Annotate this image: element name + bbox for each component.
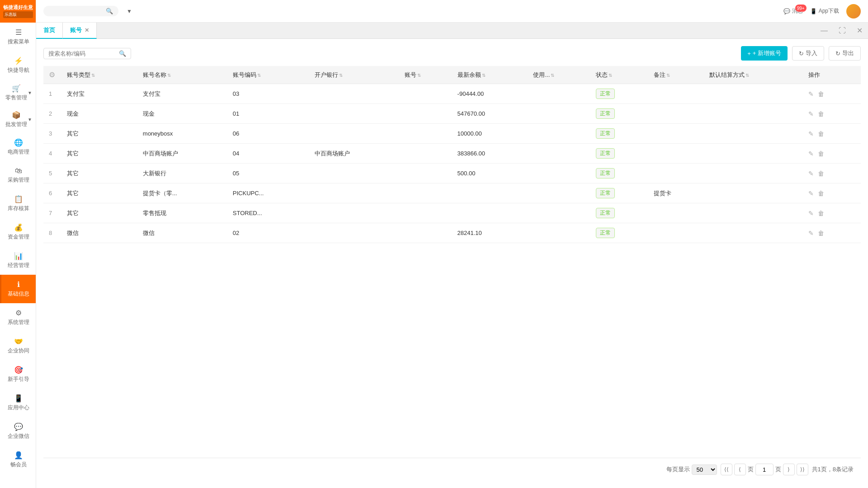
table-row: 8 微信 微信 02 28241.10 正常 ✎ 🗑 xyxy=(43,223,861,243)
sidebar-item-retail-mgmt[interactable]: 🛒 零售管理 ▼ xyxy=(0,80,36,106)
sidebar-item-new-guide[interactable]: 🎯 新手引导 xyxy=(0,360,36,389)
window-minimize-button[interactable]: — xyxy=(815,23,833,39)
row-name: 支付宝 xyxy=(137,84,227,104)
toolbar: 🔍 + + 新增账号 ↻ 导入 ↻ 导出 xyxy=(43,46,861,61)
export-button[interactable]: ↻ 导出 xyxy=(829,46,861,61)
page-prev-button[interactable]: ⟨ xyxy=(734,464,746,475)
chevron-icon: ▼ xyxy=(28,117,32,122)
sidebar-item-inventory[interactable]: 📋 库存核算 xyxy=(0,189,36,218)
delete-button[interactable]: 🗑 xyxy=(818,90,824,98)
ecommerce-icon: 🌐 xyxy=(14,138,23,147)
message-button[interactable]: 💬 消息 99+ xyxy=(783,7,803,15)
sidebar-item-app-center[interactable]: 📱 应用中心 xyxy=(0,389,36,417)
col-status[interactable]: 状态⇅ xyxy=(590,66,649,84)
col-balance[interactable]: 最新余额⇅ xyxy=(452,66,528,84)
row-name: 现金 xyxy=(137,104,227,124)
row-balance: 28241.10 xyxy=(452,223,528,243)
row-bank xyxy=(309,124,399,144)
sidebar-item-operation-mgmt[interactable]: 📊 经营管理 xyxy=(0,246,36,275)
sidebar-item-enterprise-agreement[interactable]: 🤝 企业协同 xyxy=(0,332,36,360)
delete-button[interactable]: 🗑 xyxy=(818,150,824,157)
chevron-icon: ▼ xyxy=(28,90,32,95)
sidebar-item-member[interactable]: 👤 畅会员 xyxy=(0,446,36,474)
col-name[interactable]: 账号名称⇅ xyxy=(137,66,227,84)
user-avatar[interactable] xyxy=(846,4,861,19)
sidebar-item-ecommerce-mgmt[interactable]: 🌐 电商管理 xyxy=(0,133,36,161)
sidebar-item-purchase-mgmt[interactable]: 🛍 采购管理 xyxy=(0,161,36,189)
message-badge: 99+ xyxy=(795,5,807,12)
row-default-settlement xyxy=(704,124,803,144)
row-usage xyxy=(528,183,590,203)
page-next-button[interactable]: ⟩ xyxy=(783,464,795,475)
app-center-icon: 📱 xyxy=(14,394,23,403)
page-size-select[interactable]: 50 100 200 xyxy=(692,465,717,475)
row-name: 中百商场账户 xyxy=(137,144,227,164)
edit-button[interactable]: ✎ xyxy=(808,190,814,197)
edit-button[interactable]: ✎ xyxy=(808,110,814,117)
table-search-icon: 🔍 xyxy=(119,50,126,57)
edit-button[interactable]: ✎ xyxy=(808,230,814,237)
tab-close-icon[interactable]: ✕ xyxy=(85,27,89,33)
sidebar-item-label: 经营管理 xyxy=(8,262,29,269)
sidebar-item-label: 资金管理 xyxy=(8,233,29,241)
sidebar-item-label: 畅会员 xyxy=(10,461,27,469)
sidebar-item-search-menu[interactable]: ☰ 搜索菜单 xyxy=(0,23,36,51)
enterprise-agreement-icon: 🤝 xyxy=(14,337,23,346)
app-download-button[interactable]: 📱 App下载 xyxy=(810,7,839,15)
sidebar-item-basic-info[interactable]: ℹ 基础信息 xyxy=(0,275,36,303)
col-usage[interactable]: 使用...⇅ xyxy=(528,66,590,84)
table-search-input[interactable] xyxy=(48,50,116,57)
col-default-settlement[interactable]: 默认结算方式⇅ xyxy=(704,66,803,84)
delete-button[interactable]: 🗑 xyxy=(818,110,824,117)
tab-home[interactable]: 首页 xyxy=(36,23,63,39)
sidebar-item-fund-mgmt[interactable]: 💰 资金管理 xyxy=(0,218,36,246)
edit-button[interactable]: ✎ xyxy=(808,210,814,217)
delete-button[interactable]: 🗑 xyxy=(818,210,824,217)
sidebar-item-wholesale-mgmt[interactable]: 📦 批发管理 ▼ xyxy=(0,106,36,133)
col-code[interactable]: 账号编码⇅ xyxy=(227,66,309,84)
row-status: 正常 xyxy=(590,144,649,164)
row-status: 正常 xyxy=(590,164,649,183)
edit-button[interactable]: ✎ xyxy=(808,90,814,98)
tab-account[interactable]: 账号 ✕ xyxy=(63,23,97,39)
col-type[interactable]: 账号类型⇅ xyxy=(61,66,137,84)
row-status: 正常 xyxy=(590,183,649,203)
sidebar-item-enterprise-wechat[interactable]: 💬 企业微信 xyxy=(0,417,36,446)
add-account-button[interactable]: + + 新增账号 xyxy=(741,46,788,61)
header-search-input[interactable] xyxy=(49,8,103,14)
sidebar-item-system-mgmt[interactable]: ⚙ 系统管理 xyxy=(0,303,36,332)
delete-button[interactable]: 🗑 xyxy=(818,230,824,237)
accounts-table: ⚙ 账号类型⇅ 账号名称⇅ 账号编码⇅ 开户银行⇅ 账号⇅ 最新余额⇅ 使用..… xyxy=(43,66,861,243)
col-bank[interactable]: 开户银行⇅ xyxy=(309,66,399,84)
row-default-settlement xyxy=(704,84,803,104)
col-remark[interactable]: 备注⇅ xyxy=(648,66,704,84)
col-account[interactable]: 账号⇅ xyxy=(399,66,452,84)
sidebar-item-label: 基础信息 xyxy=(8,290,29,298)
window-maximize-button[interactable]: ⛶ xyxy=(833,23,851,39)
status-badge: 正常 xyxy=(596,108,615,119)
window-close-button[interactable]: ✕ xyxy=(851,23,868,39)
sort-arrows-icon: ⇅ xyxy=(91,73,95,78)
table-row: 2 现金 现金 01 547670.00 正常 ✎ 🗑 xyxy=(43,104,861,124)
row-bank xyxy=(309,104,399,124)
table-header: ⚙ 账号类型⇅ 账号名称⇅ 账号编码⇅ 开户银行⇅ 账号⇅ 最新余额⇅ 使用..… xyxy=(43,66,861,84)
edit-button[interactable]: ✎ xyxy=(808,150,814,157)
row-remark xyxy=(648,144,704,164)
delete-button[interactable]: 🗑 xyxy=(818,190,824,197)
table-search-wrap[interactable]: 🔍 xyxy=(43,48,131,59)
edit-button[interactable]: ✎ xyxy=(808,170,814,177)
edit-button[interactable]: ✎ xyxy=(808,130,814,137)
header-search-box[interactable]: 🔍 xyxy=(43,6,118,16)
row-type: 现金 xyxy=(61,104,137,124)
delete-button[interactable]: 🗑 xyxy=(818,170,824,177)
delete-button[interactable]: 🗑 xyxy=(818,130,824,137)
page-last-button[interactable]: ⟩⟩ xyxy=(797,464,808,475)
sidebar-item-quick-nav[interactable]: ⚡ 快捷导航 xyxy=(0,51,36,80)
current-page-input[interactable] xyxy=(755,464,774,475)
row-name: 大新银行 xyxy=(137,164,227,183)
row-usage xyxy=(528,144,590,164)
page-first-button[interactable]: ⟨⟨ xyxy=(721,464,732,475)
import-button[interactable]: ↻ 导入 xyxy=(792,46,824,61)
header-dropdown[interactable]: ▼ xyxy=(123,6,136,16)
col-settings[interactable]: ⚙ xyxy=(43,66,61,84)
